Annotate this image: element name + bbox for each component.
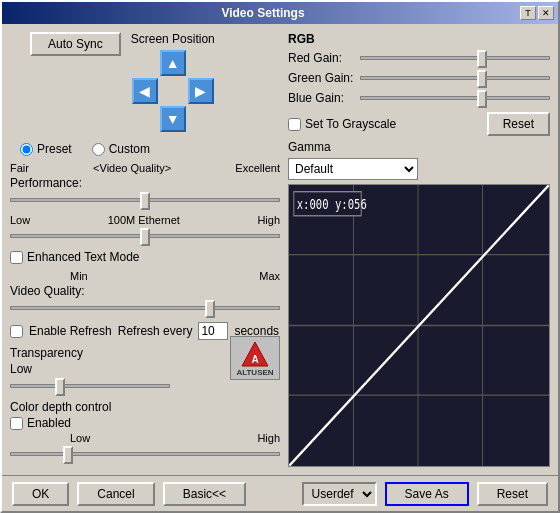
color-depth-checkbox[interactable]: [10, 417, 23, 430]
gamma-chart-svg: x:000 y:056: [289, 185, 549, 466]
cancel-button[interactable]: Cancel: [77, 482, 154, 506]
enable-refresh-checkbox[interactable]: [10, 325, 23, 338]
transparency-slider[interactable]: [10, 378, 170, 394]
red-gain-slider[interactable]: [360, 50, 550, 66]
main-content: Auto Sync Screen Position ▲ ◀ ▶ ▼: [2, 24, 558, 475]
help-button[interactable]: T: [520, 6, 536, 20]
grayscale-row: Set To Grayscale: [288, 117, 396, 131]
bw-low: Low: [10, 214, 30, 226]
svg-text:A: A: [251, 354, 258, 365]
preset-custom-row: Preset Custom: [20, 142, 280, 156]
rgb-reset-button[interactable]: Reset: [487, 112, 550, 136]
arrow-right-button[interactable]: ▶: [188, 78, 214, 104]
green-gain-slider[interactable]: [360, 70, 550, 86]
gamma-label: Gamma: [288, 140, 550, 154]
video-quality-slider[interactable]: [10, 300, 280, 316]
green-gain-row: Green Gain:: [288, 70, 550, 86]
cd-low: Low: [70, 432, 90, 444]
arrow-grid: ▲ ◀ ▶ ▼: [132, 50, 214, 132]
bw-mid: 100M Ethernet: [108, 214, 180, 226]
vq-min: Min: [70, 270, 88, 282]
altusen-text: ALTUSEN: [236, 368, 273, 377]
enhanced-text-label: Enhanced Text Mode: [27, 250, 140, 264]
bottom-bar: OK Cancel Basic<< Userdef Save As Reset: [2, 475, 558, 511]
rgb-section: RGB Red Gain: Green Gain: Blue Gain:: [288, 32, 550, 136]
left-panel: Auto Sync Screen Position ▲ ◀ ▶ ▼: [10, 32, 280, 467]
bandwidth-section: Low 100M Ethernet High: [10, 214, 280, 244]
performance-label: Performance:: [10, 176, 280, 190]
blue-gain-slider[interactable]: [360, 90, 550, 106]
color-depth-slider[interactable]: [10, 446, 280, 462]
custom-label: Custom: [109, 142, 150, 156]
green-gain-label: Green Gain:: [288, 71, 356, 85]
right-panel: RGB Red Gain: Green Gain: Blue Gain:: [288, 32, 550, 467]
gamma-select[interactable]: Default: [288, 158, 418, 180]
screen-position-label: Screen Position: [131, 32, 215, 46]
arrow-up-button[interactable]: ▲: [160, 50, 186, 76]
color-depth-section: Color depth control Enabled Low High: [10, 400, 280, 462]
color-depth-enabled-row: Enabled: [10, 416, 280, 430]
performance-section: Fair <Video Quality> Excellent Performan…: [10, 162, 280, 208]
rgb-title: RGB: [288, 32, 550, 46]
gamma-section: Gamma Default: [288, 140, 550, 180]
title-buttons: T ✕: [520, 6, 554, 20]
arrow-down-button[interactable]: ▼: [160, 106, 186, 132]
vq-max: Max: [259, 270, 280, 282]
enabled-label: Enabled: [27, 416, 71, 430]
grayscale-checkbox[interactable]: [288, 118, 301, 131]
trans-low: Low: [10, 362, 32, 376]
vq-labels: Min Max: [10, 270, 280, 282]
bw-high: High: [257, 214, 280, 226]
custom-radio[interactable]: [92, 143, 105, 156]
video-quality-section: Min Max Video Quality:: [10, 270, 280, 316]
close-button[interactable]: ✕: [538, 6, 554, 20]
red-gain-label: Red Gain:: [288, 51, 356, 65]
transparency-section: Transparency Low High A ALTUSEN: [10, 346, 280, 394]
arrow-left-button[interactable]: ◀: [132, 78, 158, 104]
svg-text:x:000 y:056: x:000 y:056: [297, 195, 367, 212]
bandwidth-slider[interactable]: [10, 228, 280, 244]
blue-gain-row: Blue Gain:: [288, 90, 550, 106]
refresh-value-input[interactable]: [198, 322, 228, 340]
altusen-logo: A ALTUSEN: [230, 336, 280, 380]
video-quality-label: Video Quality:: [10, 284, 280, 298]
enable-refresh-label: Enable Refresh: [29, 324, 112, 338]
enhanced-text-checkbox[interactable]: [10, 251, 23, 264]
perf-high: Excellent: [235, 162, 280, 174]
performance-slider[interactable]: [10, 192, 280, 208]
gamma-chart[interactable]: x:000 y:056: [288, 184, 550, 467]
cd-high: High: [257, 432, 280, 444]
grayscale-label: Set To Grayscale: [305, 117, 396, 131]
custom-radio-item: Custom: [92, 142, 150, 156]
video-settings-window: Video Settings T ✕ Auto Sync Screen Posi…: [0, 0, 560, 513]
blue-gain-label: Blue Gain:: [288, 91, 356, 105]
bandwidth-labels: Low 100M Ethernet High: [10, 214, 280, 226]
save-as-button[interactable]: Save As: [385, 482, 469, 506]
perf-labels: Fair <Video Quality> Excellent: [10, 162, 280, 174]
basic-button[interactable]: Basic<<: [163, 482, 246, 506]
userdef-select[interactable]: Userdef: [302, 482, 377, 506]
refresh-every-label: Refresh every: [118, 324, 193, 338]
ok-button[interactable]: OK: [12, 482, 69, 506]
red-gain-row: Red Gain:: [288, 50, 550, 66]
color-depth-label: Color depth control: [10, 400, 280, 414]
preset-radio[interactable]: [20, 143, 33, 156]
perf-mid: <Video Quality>: [93, 162, 171, 174]
perf-low: Fair: [10, 162, 29, 174]
window-title: Video Settings: [6, 6, 520, 20]
altusen-logo-icon: A: [240, 340, 270, 368]
screen-position-section: Screen Position ▲ ◀ ▶ ▼: [131, 32, 215, 132]
title-bar: Video Settings T ✕: [2, 2, 558, 24]
bottom-reset-button[interactable]: Reset: [477, 482, 548, 506]
preset-label: Preset: [37, 142, 72, 156]
auto-sync-button[interactable]: Auto Sync: [30, 32, 121, 56]
preset-radio-item: Preset: [20, 142, 72, 156]
enhanced-text-row: Enhanced Text Mode: [10, 250, 280, 264]
